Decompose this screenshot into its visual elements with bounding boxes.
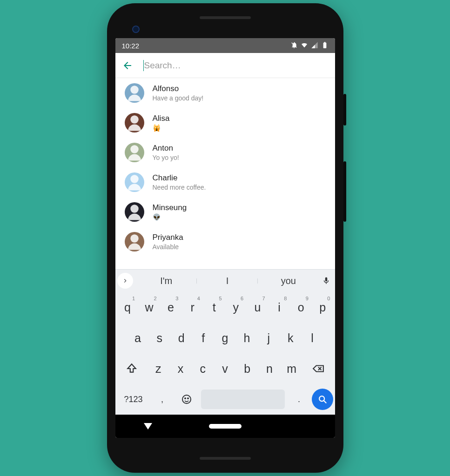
avatar <box>125 83 144 103</box>
key-s[interactable]: s <box>149 324 170 351</box>
phone-frame: 10:22 <box>107 3 343 473</box>
key-q[interactable]: q1 <box>117 294 138 321</box>
key-f[interactable]: f <box>193 324 214 351</box>
svg-point-9 <box>188 398 188 399</box>
contact-name: Minseung <box>153 203 187 212</box>
contact-list[interactable]: AlfonsoHave a good day!Alisa🙀AntonYo yo … <box>115 78 335 269</box>
key-g[interactable]: g <box>215 324 235 351</box>
svg-point-4 <box>130 175 139 183</box>
contact-row[interactable]: PriyankaAvailable <box>115 227 335 257</box>
emoji-key[interactable] <box>175 386 198 413</box>
search-key[interactable] <box>312 389 333 410</box>
key-v[interactable]: v <box>215 355 236 382</box>
key-y[interactable]: y6 <box>226 294 247 321</box>
contact-name: Priyanka <box>153 233 183 242</box>
avatar <box>125 113 144 132</box>
mic-button[interactable] <box>319 276 333 286</box>
status-bar: 10:22 <box>115 38 335 53</box>
wifi-icon <box>301 41 308 50</box>
svg-point-7 <box>182 395 191 403</box>
contact-name: Anton <box>153 144 179 153</box>
key-n[interactable]: n <box>259 355 280 382</box>
suggestion[interactable]: I <box>197 276 258 286</box>
contact-row[interactable]: CharlieNeed more coffee. <box>115 167 335 197</box>
keyboard: I'mIyou q1w2e3r4t5y6u7i8o9p0 asdfghjkl z… <box>115 269 335 415</box>
speaker-bottom <box>200 457 251 460</box>
key-i[interactable]: i8 <box>269 294 290 321</box>
key-c[interactable]: c <box>192 355 214 382</box>
key-j[interactable]: j <box>258 324 279 351</box>
key-h[interactable]: h <box>236 324 257 351</box>
shift-key[interactable] <box>117 355 147 382</box>
key-t[interactable]: t5 <box>204 294 225 321</box>
svg-point-5 <box>130 205 139 213</box>
key-u[interactable]: u7 <box>247 294 268 321</box>
power-button <box>343 94 346 126</box>
contact-status: Need more coffee. <box>153 184 206 191</box>
comma-key[interactable]: , <box>151 386 174 413</box>
symbols-key[interactable]: ?123 <box>117 386 150 413</box>
key-w[interactable]: w2 <box>139 294 160 321</box>
svg-line-11 <box>323 401 326 403</box>
front-camera <box>132 26 140 33</box>
key-z[interactable]: z <box>148 355 169 382</box>
key-m[interactable]: m <box>281 355 302 382</box>
key-p[interactable]: p0 <box>312 294 333 321</box>
backspace-key[interactable] <box>303 355 333 382</box>
avatar <box>125 143 144 162</box>
space-key[interactable] <box>201 390 285 409</box>
key-b[interactable]: b <box>236 355 258 382</box>
contact-status: Available <box>153 243 183 251</box>
signal-icon <box>311 41 318 50</box>
contact-status: 🙀 <box>153 124 170 132</box>
nav-back-icon[interactable] <box>144 423 152 430</box>
avatar <box>125 172 144 192</box>
contact-row[interactable]: Alisa🙀 <box>115 108 335 138</box>
contact-row[interactable]: Minseung👽 <box>115 197 335 227</box>
volume-button <box>343 161 346 222</box>
svg-point-8 <box>185 398 186 399</box>
contact-row[interactable]: AlfonsoHave a good day! <box>115 78 335 108</box>
contact-name: Alfonso <box>153 84 204 93</box>
screen: 10:22 <box>115 38 335 438</box>
key-e[interactable]: e3 <box>161 294 181 321</box>
search-input[interactable] <box>144 60 328 71</box>
nav-home-icon[interactable] <box>209 424 242 429</box>
expand-suggestions-button[interactable] <box>117 273 133 289</box>
status-time: 10:22 <box>122 42 140 50</box>
svg-point-3 <box>130 145 139 153</box>
suggestion[interactable]: you <box>258 276 319 286</box>
search-bar <box>115 53 335 78</box>
contact-row[interactable]: AntonYo yo yo! <box>115 138 335 167</box>
android-nav-bar <box>115 415 335 438</box>
svg-point-6 <box>130 234 139 243</box>
suggestion-strip: I'mIyou <box>115 270 335 292</box>
avatar <box>125 232 144 251</box>
contact-name: Alisa <box>153 114 170 123</box>
svg-point-2 <box>130 115 139 124</box>
battery-icon <box>321 41 329 50</box>
key-a[interactable]: a <box>128 324 148 351</box>
period-key[interactable]: . <box>288 386 311 413</box>
svg-point-1 <box>130 86 139 94</box>
key-l[interactable]: l <box>302 324 323 351</box>
contact-status: Have a good day! <box>153 94 204 102</box>
back-arrow-icon[interactable] <box>122 60 133 71</box>
contact-status: 👽 <box>153 213 187 221</box>
contact-name: Charlie <box>153 173 206 183</box>
key-k[interactable]: k <box>280 324 301 351</box>
suggestion[interactable]: I'm <box>136 276 197 286</box>
svg-point-10 <box>319 396 324 401</box>
key-o[interactable]: o9 <box>290 294 311 321</box>
dnd-icon <box>290 41 298 50</box>
key-x[interactable]: x <box>170 355 191 382</box>
avatar <box>125 202 144 222</box>
contact-status: Yo yo yo! <box>153 154 179 161</box>
key-d[interactable]: d <box>171 324 192 351</box>
speaker-top <box>200 16 251 19</box>
key-r[interactable]: r4 <box>182 294 203 321</box>
